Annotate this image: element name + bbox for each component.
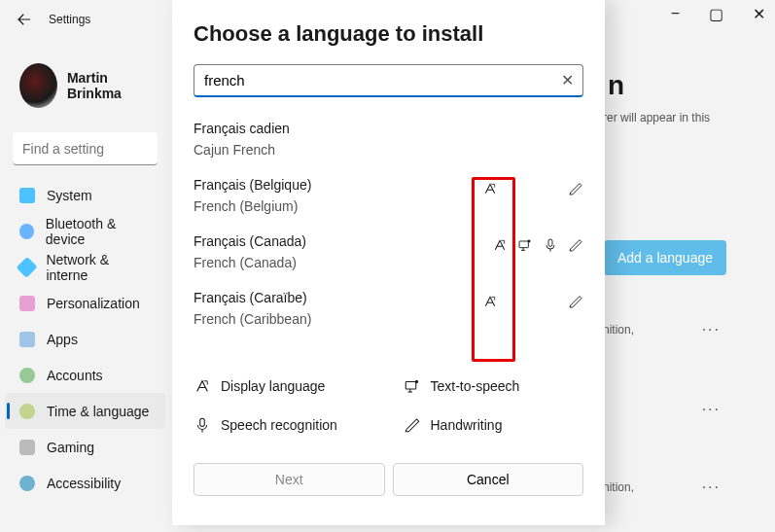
language-result[interactable]: Français (Caraïbe) French (Caribbean) (172, 280, 605, 337)
sidebar-item-label: Accessibility (47, 476, 121, 491)
app-title: Settings (49, 13, 90, 26)
user-block[interactable]: Martin Brinkma (5, 53, 165, 118)
gaming-icon (19, 440, 35, 455)
sidebar-item-label: Gaming (47, 440, 94, 455)
sidebar: Martin Brinkma System Bluetooth & device… (0, 44, 170, 511)
legend-label: Handwriting (431, 417, 503, 433)
language-dialog: Choose a language to install ✕ Français … (172, 0, 605, 525)
page-description: rer will appear in this (603, 111, 749, 124)
sidebar-item-network[interactable]: Network & interne (5, 249, 165, 285)
window-controls: − ▢ ✕ (671, 5, 765, 23)
handwriting-icon (568, 294, 583, 309)
system-icon (19, 188, 35, 203)
back-button[interactable] (10, 5, 39, 34)
sidebar-item-apps[interactable]: Apps (5, 321, 165, 357)
next-button[interactable]: Next (194, 463, 385, 496)
feature-text: nition, (603, 480, 634, 494)
language-result[interactable]: Français (Belgique) French (Belgium) (172, 167, 605, 224)
dialog-title: Choose a language to install (172, 0, 605, 47)
accessibility-icon (19, 476, 35, 491)
legend-label: Speech recognition (221, 417, 337, 433)
clear-search-button[interactable]: ✕ (561, 71, 574, 89)
sidebar-item-label: Apps (47, 332, 78, 347)
handwriting-icon (568, 237, 583, 253)
feature-text: nition, (603, 323, 634, 337)
sidebar-item-label: System (47, 188, 92, 203)
sidebar-item-label: Accounts (47, 368, 103, 383)
legend-display: Display language (194, 377, 374, 395)
speech-recognition-icon (543, 237, 558, 253)
time-language-icon (19, 404, 35, 419)
settings-search-input[interactable] (13, 132, 158, 165)
language-english-name: French (Canada) (194, 255, 583, 270)
bluetooth-icon (19, 224, 34, 239)
language-result[interactable]: Français (Canada) French (Canada) (172, 224, 605, 280)
add-language-button[interactable]: Add a language (604, 240, 726, 275)
sidebar-item-gaming[interactable]: Gaming (5, 429, 165, 465)
user-name: Martin Brinkma (67, 70, 151, 101)
legend-tts: Text-to-speech (404, 377, 584, 395)
results-list: Français cadien Cajun French Français (B… (172, 111, 605, 362)
highlight-box (472, 177, 515, 362)
avatar (19, 63, 57, 108)
legend-label: Display language (221, 378, 325, 394)
handwriting-icon (568, 181, 583, 196)
language-english-name: French (Belgium) (194, 198, 583, 214)
sidebar-item-personalization[interactable]: Personalization (5, 285, 165, 321)
legend-speech: Speech recognition (194, 416, 374, 434)
language-search-input[interactable] (194, 64, 583, 97)
accounts-icon (19, 368, 35, 383)
language-native-name: Français cadien (194, 121, 583, 136)
sidebar-item-accounts[interactable]: Accounts (5, 357, 165, 393)
feature-legend: Display language Text-to-speech Speech r… (172, 362, 605, 449)
sidebar-item-system[interactable]: System (5, 177, 165, 213)
text-to-speech-icon (517, 237, 533, 253)
close-button[interactable]: ✕ (753, 5, 765, 23)
network-icon (17, 256, 38, 277)
sidebar-item-time-language[interactable]: Time & language (5, 393, 165, 429)
more-options-button[interactable]: ··· (702, 401, 721, 418)
page-title: n (608, 70, 624, 101)
more-options-button[interactable]: ··· (702, 321, 721, 338)
language-english-name: French (Caribbean) (194, 311, 583, 327)
apps-icon (19, 332, 35, 347)
legend-label: Text-to-speech (431, 378, 520, 394)
minimize-button[interactable]: − (671, 5, 680, 23)
sidebar-item-accessibility[interactable]: Accessibility (5, 465, 165, 501)
sidebar-item-label: Time & language (47, 404, 149, 419)
language-english-name: Cajun French (194, 142, 583, 158)
maximize-button[interactable]: ▢ (709, 5, 723, 23)
more-options-button[interactable]: ··· (702, 479, 721, 496)
sidebar-item-label: Personalization (47, 296, 140, 311)
sidebar-item-label: Bluetooth & device (46, 216, 151, 247)
language-result[interactable]: Français cadien Cajun French (172, 111, 605, 167)
personalization-icon (19, 296, 35, 311)
legend-hand: Handwriting (404, 416, 584, 434)
sidebar-item-bluetooth[interactable]: Bluetooth & device (5, 213, 165, 249)
sidebar-item-label: Network & interne (46, 252, 151, 283)
cancel-button[interactable]: Cancel (393, 463, 584, 496)
